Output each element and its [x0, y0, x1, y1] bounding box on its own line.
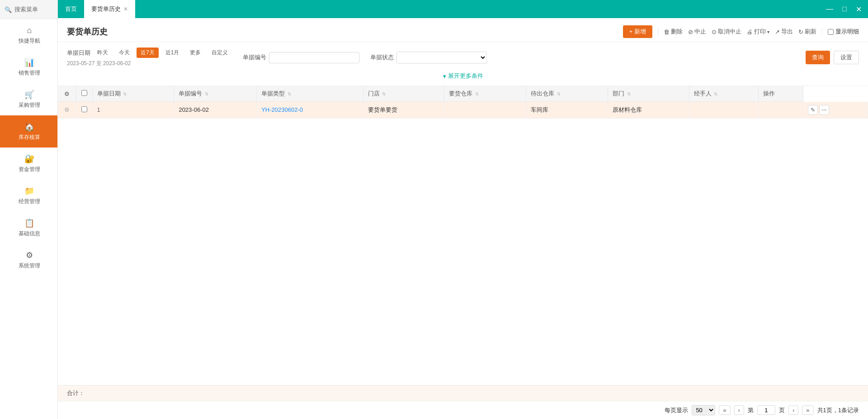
- sidebar-item-system[interactable]: ⚙ 系统管理: [0, 244, 57, 276]
- col-handler[interactable]: 经手人 ⇅: [689, 86, 759, 102]
- next-page-button[interactable]: ›: [788, 405, 798, 415]
- sales-icon: 📊: [24, 57, 34, 67]
- col-handler-label: 经手人: [694, 90, 712, 97]
- delete-button[interactable]: 🗑 删除: [664, 28, 683, 36]
- sidebar-search[interactable]: 🔍 搜索菜单: [0, 0, 57, 19]
- col-pending-warehouse-label: 待出仓库: [531, 90, 554, 97]
- print-dropdown-icon: ▾: [767, 29, 769, 34]
- col-date[interactable]: 单据日期 ⇅: [92, 86, 174, 102]
- sidebar-item-label: 库存核算: [19, 133, 40, 141]
- tab-close-icon[interactable]: ✕: [123, 6, 128, 12]
- last-page-button[interactable]: »: [802, 405, 813, 415]
- date-filter-label: 单据日期: [67, 49, 90, 57]
- date-filter-row: 单据日期 昨天 今天 近7天 近1月 更多 自定义: [67, 48, 232, 58]
- date-filter-group: 单据日期 昨天 今天 近7天 近1月 更多 自定义 2023-05-27 至 2…: [67, 48, 232, 67]
- row-handler: [759, 102, 803, 119]
- export-label: 导出: [781, 28, 793, 36]
- export-button[interactable]: ↗ 导出: [775, 28, 793, 36]
- col-store[interactable]: 门店 ⇅: [363, 86, 444, 102]
- stop-icon: ⊘: [688, 29, 693, 35]
- row-edit-button[interactable]: ✎: [808, 105, 818, 115]
- sort-date-icon: ⇅: [123, 91, 127, 96]
- query-button[interactable]: 查询: [806, 51, 830, 64]
- sidebar-item-operations[interactable]: 📁 经营管理: [0, 180, 57, 212]
- stop-button[interactable]: ⊘ 中止: [688, 28, 706, 36]
- col-store-label: 门店: [368, 90, 380, 97]
- date-btn-custom[interactable]: 自定义: [208, 48, 232, 58]
- row-pending-warehouse: 原材料仓库: [608, 102, 689, 119]
- sidebar-item-quick-nav[interactable]: ⌂ 快捷导航: [0, 19, 57, 51]
- tab-bar: 首页 要货单历史 ✕ — □ ✕: [58, 0, 868, 18]
- first-page-button[interactable]: «: [719, 405, 730, 415]
- refresh-button[interactable]: ↻ 刷新: [798, 28, 816, 36]
- print-label: 打印: [754, 28, 766, 36]
- sidebar-item-label: 快捷导航: [19, 37, 40, 45]
- summary-label: 合计：: [67, 390, 85, 396]
- col-doc-no[interactable]: 单据编号 ⇅: [174, 86, 257, 102]
- row-select-checkbox[interactable]: [81, 106, 87, 112]
- minimize-button[interactable]: —: [823, 4, 836, 14]
- maximize-button[interactable]: □: [840, 4, 849, 14]
- col-pending-warehouse[interactable]: 待出仓库 ⇅: [526, 86, 608, 102]
- search-icon: 🔍: [5, 6, 12, 13]
- col-settings[interactable]: ⚙: [58, 86, 76, 102]
- page-header: 要货单历史 + 新增 🗑 删除 ⊘ 中止 ⊙ 取消中止 🖨 打: [58, 18, 868, 42]
- doc-no-label: 单据编号: [243, 53, 266, 62]
- date-btn-7days[interactable]: 近7天: [137, 48, 159, 58]
- content-area: 要货单历史 + 新增 🗑 删除 ⊘ 中止 ⊙ 取消中止 🖨 打: [58, 18, 868, 419]
- cancel-stop-label: 取消中止: [718, 28, 741, 36]
- sidebar-item-purchase[interactable]: 🛒 采购管理: [0, 83, 57, 115]
- refresh-label: 刷新: [805, 28, 816, 36]
- sort-handler-icon: ⇅: [714, 91, 717, 96]
- show-detail-checkbox[interactable]: 显示明细: [828, 28, 859, 36]
- basic-icon: 📋: [24, 218, 34, 228]
- page-label: 第: [748, 406, 754, 414]
- print-icon: 🖨: [747, 29, 753, 35]
- select-all-checkbox[interactable]: [81, 90, 87, 96]
- cancel-stop-button[interactable]: ⊙ 取消中止: [712, 28, 741, 36]
- sidebar-item-basic[interactable]: 📋 基础信息: [0, 212, 57, 244]
- sidebar-item-label: 销售管理: [19, 69, 40, 77]
- tab-history[interactable]: 要货单历史 ✕: [84, 0, 135, 18]
- col-checkbox: [76, 86, 92, 102]
- settings-button[interactable]: 设置: [834, 51, 859, 64]
- sidebar-item-label: 资金管理: [19, 166, 40, 173]
- row-more-button[interactable]: ⋯: [819, 105, 829, 115]
- row-doc-type: 要货单要货: [363, 102, 444, 119]
- row-doc-no[interactable]: YH-20230602-0: [257, 102, 363, 119]
- divider-1: [658, 28, 658, 35]
- sidebar-item-inventory[interactable]: 🏠 库存核算: [0, 115, 57, 148]
- doc-no-input[interactable]: [269, 52, 359, 63]
- date-btn-yesterday[interactable]: 昨天: [93, 48, 112, 58]
- date-btn-more[interactable]: 更多: [186, 48, 205, 58]
- date-btn-1month[interactable]: 近1月: [161, 48, 184, 58]
- status-select[interactable]: [396, 52, 487, 64]
- per-page-select[interactable]: 50 100: [692, 405, 715, 415]
- col-doc-no-label: 单据编号: [179, 90, 202, 97]
- page-number-input[interactable]: [757, 405, 775, 415]
- col-dept[interactable]: 部门 ⇅: [608, 86, 689, 102]
- status-filter: 单据状态: [370, 52, 487, 64]
- col-dept-label: 部门: [613, 90, 624, 97]
- sidebar-item-sales[interactable]: 📊 销售管理: [0, 51, 57, 83]
- prev-page-button[interactable]: ‹: [734, 405, 744, 415]
- date-btn-today[interactable]: 今天: [115, 48, 134, 58]
- expand-row: ▾ 展开更多条件: [67, 70, 859, 80]
- col-req-warehouse[interactable]: 要货仓库 ⇅: [444, 86, 526, 102]
- col-doc-type[interactable]: 单据类型 ⇅: [257, 86, 363, 102]
- col-doc-type-label: 单据类型: [261, 90, 285, 97]
- refresh-icon: ↻: [798, 29, 803, 35]
- divider-2: [822, 28, 822, 35]
- expand-button[interactable]: ▾ 展开更多条件: [443, 72, 483, 80]
- tab-history-label: 要货单历史: [91, 5, 121, 13]
- show-detail-input[interactable]: [828, 29, 834, 35]
- sidebar-item-label: 基础信息: [19, 230, 40, 238]
- sidebar-item-finance[interactable]: 🔐 资金管理: [0, 148, 57, 180]
- show-detail-label: 显示明细: [835, 28, 859, 36]
- print-button[interactable]: 🖨 打印 ▾: [747, 28, 769, 36]
- tab-home[interactable]: 首页: [58, 0, 84, 18]
- system-icon: ⚙: [26, 250, 33, 260]
- new-button[interactable]: + 新增: [623, 25, 652, 38]
- close-button[interactable]: ✕: [853, 4, 864, 14]
- col-operation: 操作: [759, 86, 803, 102]
